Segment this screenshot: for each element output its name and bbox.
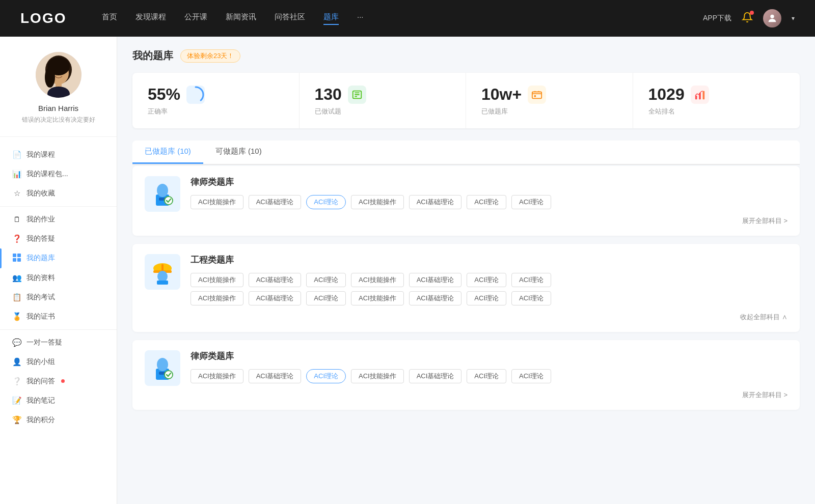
qbank-card-engineer: 工程类题库 ACI技能操作 ACI基础理论 ACI理论 ACI技能操作 ACI基…	[132, 244, 800, 332]
rank-icon	[691, 86, 709, 104]
tutor-icon: 💬	[12, 338, 21, 347]
accuracy-label: 正确率	[148, 107, 168, 116]
svg-rect-12	[13, 258, 16, 262]
tag-2r2-1[interactable]: ACI基础理论	[249, 291, 302, 305]
accuracy-icon	[186, 86, 205, 104]
expand-link-1[interactable]: 展开全部科目 >	[191, 213, 787, 226]
svg-point-38	[157, 358, 168, 371]
tag-2-4[interactable]: ACI基础理论	[409, 273, 462, 287]
tag-3-2[interactable]: ACI理论	[306, 369, 346, 383]
sidebar-item-my-qa[interactable]: ❔ 我的问答	[0, 372, 117, 391]
tag-2-1[interactable]: ACI基础理论	[249, 273, 302, 287]
svg-point-9	[61, 71, 64, 74]
svg-point-5	[45, 67, 55, 88]
stat-banks: 10w+ 已做题库	[466, 73, 633, 128]
nav-news[interactable]: 新闻资讯	[226, 12, 256, 25]
tab-available[interactable]: 可做题库 (10)	[203, 141, 274, 164]
nav-discover[interactable]: 发现课程	[135, 12, 166, 25]
engineer-icon	[145, 254, 180, 290]
divider-2	[0, 329, 117, 330]
tag-3-4[interactable]: ACI基础理论	[409, 369, 462, 383]
sidebar-item-group[interactable]: 👤 我的小组	[0, 352, 117, 372]
svg-rect-11	[17, 254, 21, 257]
sidebar-item-favorites[interactable]: ☆ 我的收藏	[0, 184, 117, 203]
sidebar: Brian Harris 错误的决定比没有决定要好 📄 我的课程 📊 我的课程包…	[0, 37, 117, 504]
tag-2r2-2[interactable]: ACI理论	[306, 291, 346, 305]
tag-1-4[interactable]: ACI基础理论	[409, 195, 462, 209]
tag-1-2[interactable]: ACI理论	[306, 195, 346, 209]
tag-2r2-3[interactable]: ACI技能操作	[351, 291, 404, 305]
tag-3-5[interactable]: ACI理论	[467, 369, 506, 383]
tab-done[interactable]: 已做题库 (10)	[132, 141, 203, 164]
svg-rect-25	[695, 95, 697, 99]
rank-label: 全站排名	[648, 107, 675, 116]
nav-more[interactable]: ···	[357, 12, 364, 25]
qbank-title-1: 律师类题库	[191, 176, 787, 188]
sidebar-item-materials[interactable]: 👥 我的资料	[0, 268, 117, 288]
tag-2r2-4[interactable]: ACI基础理论	[409, 291, 462, 305]
lawyer-icon-2	[145, 350, 180, 386]
app-download-button[interactable]: APP下载	[703, 14, 731, 23]
banks-value: 10w+	[481, 85, 522, 104]
tag-1-6[interactable]: ACI理论	[511, 195, 551, 209]
sidebar-item-course-package[interactable]: 📊 我的课程包...	[0, 164, 117, 184]
tag-2-0[interactable]: ACI技能操作	[191, 273, 243, 287]
tag-2-5[interactable]: ACI理论	[467, 273, 506, 287]
sidebar-item-points[interactable]: 🏆 我的积分	[0, 410, 117, 430]
sidebar-item-certificates[interactable]: 🏅 我的证书	[0, 307, 117, 326]
stats-grid: 55% 正确率 130	[132, 73, 800, 128]
profile-avatar	[36, 52, 82, 98]
tags-row-2-1: ACI技能操作 ACI基础理论 ACI理论 ACI技能操作 ACI基础理论 AC…	[191, 273, 787, 287]
tag-2-3[interactable]: ACI技能操作	[351, 273, 404, 287]
sidebar-item-qbank[interactable]: 我的题库	[0, 248, 117, 268]
svg-rect-10	[13, 254, 16, 257]
main-container: Brian Harris 错误的决定比没有决定要好 📄 我的课程 📊 我的课程包…	[0, 37, 815, 504]
nav-open-course[interactable]: 公开课	[184, 12, 207, 25]
notes-icon: 📝	[12, 396, 21, 405]
sidebar-item-courses[interactable]: 📄 我的课程	[0, 145, 117, 164]
tag-1-1[interactable]: ACI基础理论	[249, 195, 302, 209]
tag-1-3[interactable]: ACI技能操作	[351, 195, 404, 209]
tag-2-2[interactable]: ACI理论	[306, 273, 346, 287]
tag-1-5[interactable]: ACI理论	[467, 195, 506, 209]
notification-bell[interactable]	[742, 12, 753, 25]
expand-link-3[interactable]: 展开全部科目 >	[191, 387, 787, 400]
logo: LOGO	[20, 10, 71, 26]
assignment-icon: 🗒	[12, 215, 21, 223]
notification-dot	[750, 11, 754, 15]
user-profile: Brian Harris 错误的决定比没有决定要好	[0, 52, 117, 137]
tag-2-6[interactable]: ACI理论	[511, 273, 551, 287]
tag-3-6[interactable]: ACI理论	[511, 369, 551, 383]
sidebar-item-notes[interactable]: 📝 我的笔记	[0, 391, 117, 410]
svg-rect-13	[17, 258, 21, 262]
svg-point-29	[157, 184, 168, 197]
collapse-link-2[interactable]: 收起全部科目 ∧	[191, 310, 787, 322]
user-menu-chevron[interactable]: ▾	[792, 15, 795, 22]
svg-rect-20	[532, 92, 541, 98]
main-content: 我的题库 体验剩余23天！ 55% 正确率	[117, 37, 815, 504]
sidebar-item-exams[interactable]: 📋 我的考试	[0, 288, 117, 307]
nav-menu: 首页 发现课程 公开课 新闻资讯 问答社区 题库 ···	[102, 12, 703, 25]
tag-3-3[interactable]: ACI技能操作	[351, 369, 404, 383]
nav-qbank[interactable]: 题库	[323, 12, 339, 25]
svg-point-0	[770, 15, 774, 18]
tag-2r2-5[interactable]: ACI理论	[467, 291, 506, 305]
nav-qa[interactable]: 问答社区	[275, 12, 305, 25]
nav-home[interactable]: 首页	[102, 12, 117, 25]
tag-2r2-0[interactable]: ACI技能操作	[191, 291, 243, 305]
exam-icon: 📋	[12, 293, 21, 302]
sidebar-item-tutor[interactable]: 💬 一对一答疑	[0, 333, 117, 352]
certificate-icon: 🏅	[12, 312, 21, 321]
qbank-card-lawyer-1: 律师类题库 ACI技能操作 ACI基础理论 ACI理论 ACI技能操作 ACI基…	[132, 166, 800, 236]
sidebar-item-homework[interactable]: 🗒 我的作业	[0, 210, 117, 229]
tag-3-0[interactable]: ACI技能操作	[191, 369, 243, 383]
tag-1-0[interactable]: ACI技能操作	[191, 195, 243, 209]
tabs-row: 已做题库 (10) 可做题库 (10)	[132, 141, 800, 164]
svg-rect-36	[157, 281, 168, 285]
tags-row-3: ACI技能操作 ACI基础理论 ACI理论 ACI技能操作 ACI基础理论 AC…	[191, 369, 787, 383]
tag-3-1[interactable]: ACI基础理论	[249, 369, 302, 383]
svg-point-35	[157, 271, 168, 282]
user-avatar[interactable]	[763, 9, 781, 27]
sidebar-item-questions[interactable]: ❓ 我的答疑	[0, 229, 117, 248]
tag-2r2-6[interactable]: ACI理论	[511, 291, 551, 305]
